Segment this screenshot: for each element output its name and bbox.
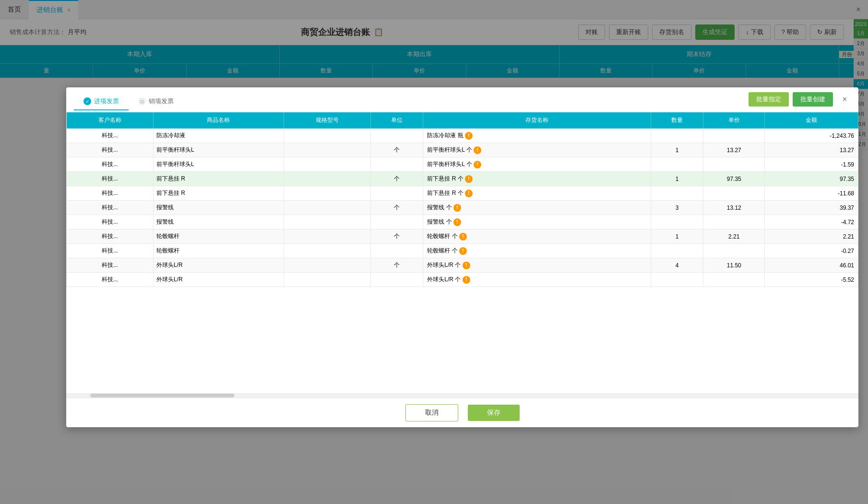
cell-amount: -5.52 — [765, 273, 858, 287]
warn-icon: ! — [474, 146, 481, 154]
cell-price — [703, 215, 765, 229]
pizhi-chuangjian-button[interactable]: 批量创建 — [793, 92, 833, 107]
horizontal-scrollbar[interactable] — [66, 393, 858, 398]
dialog-footer: 取消 保存 — [66, 398, 858, 427]
cell-unit — [370, 157, 423, 172]
cell-inventory: 前平衡杆球头L 个 ! — [423, 157, 651, 172]
dialog-table-wrap: 客户名称 商品名称 规格型号 单位 存货名称 数量 单价 金额 科技... 防冻… — [66, 112, 858, 393]
cell-spec — [284, 172, 370, 186]
cell-qty: 1 — [651, 143, 703, 157]
jinxiang-tab-icon: ✓ — [83, 97, 91, 105]
invoice-dialog: ✓ 进项发票 □ 销项发票 批量指定 批量创建 × 客户名称 商品名称 规格型号 — [66, 87, 858, 427]
cell-product: 前下悬挂 R — [153, 186, 284, 201]
cell-inventory: 外球头L/R 个 ! — [423, 273, 651, 287]
cell-product: 轮毂螺杆 — [153, 244, 284, 258]
cell-price: 2.21 — [703, 229, 765, 244]
cell-product: 报警线 — [153, 201, 284, 215]
cell-qty — [651, 129, 703, 143]
cell-qty: 3 — [651, 201, 703, 215]
pizhi-zhiding-button[interactable]: 批量指定 — [749, 92, 789, 107]
cell-inventory: 轮毂螺杆 个 ! — [423, 229, 651, 244]
warn-icon: ! — [453, 218, 461, 226]
cell-spec — [284, 201, 370, 215]
cell-spec — [284, 129, 370, 143]
warn-icon: ! — [465, 132, 473, 140]
cell-spec — [284, 244, 370, 258]
cell-unit — [370, 129, 423, 143]
cell-price: 13.27 — [703, 143, 765, 157]
cell-client: 科技... — [67, 215, 154, 229]
cell-amount: -1.59 — [765, 157, 858, 172]
table-row[interactable]: 科技... 外球头L/R 外球头L/R 个 ! -5.52 — [67, 273, 858, 287]
cell-unit — [370, 244, 423, 258]
cell-client: 科技... — [67, 229, 154, 244]
cell-spec — [284, 186, 370, 201]
table-row[interactable]: 科技... 前平衡杆球头L 个 前平衡杆球头L 个 ! 1 13.27 13.2… — [67, 143, 858, 157]
th-inventory: 存货名称 — [423, 112, 651, 129]
cell-product: 轮毂螺杆 — [153, 229, 284, 244]
cell-qty — [651, 215, 703, 229]
tab-jinxiang[interactable]: ✓ 进项发票 — [74, 93, 129, 110]
cell-unit: 个 — [370, 229, 423, 244]
table-row[interactable]: 科技... 报警线 个 报警线 个 ! 3 13.12 39.37 — [67, 201, 858, 215]
cell-inventory: 前平衡杆球头L 个 ! — [423, 143, 651, 157]
cell-spec — [284, 229, 370, 244]
cell-unit: 个 — [370, 143, 423, 157]
cell-unit: 个 — [370, 201, 423, 215]
cell-inventory: 报警线 个 ! — [423, 215, 651, 229]
warn-icon: ! — [459, 247, 467, 255]
cell-client: 科技... — [67, 273, 154, 287]
dialog-tabs: ✓ 进项发票 □ 销项发票 — [74, 93, 183, 110]
cell-price: 13.12 — [703, 201, 765, 215]
cell-product: 外球头L/R — [153, 258, 284, 273]
cell-amount: 39.37 — [765, 201, 858, 215]
cell-product: 外球头L/R — [153, 273, 284, 287]
tab-xiaoxiang[interactable]: □ 销项发票 — [129, 93, 183, 110]
cell-price — [703, 273, 765, 287]
warn-icon: ! — [463, 276, 470, 284]
cell-product: 前平衡杆球头L — [153, 143, 284, 157]
warn-icon: ! — [465, 190, 473, 197]
invoice-table: 客户名称 商品名称 规格型号 单位 存货名称 数量 单价 金额 科技... 防冻… — [66, 112, 858, 287]
table-row[interactable]: 科技... 前下悬挂 R 个 前下悬挂 R 个 ! 1 97.35 97.35 — [67, 172, 858, 186]
table-row[interactable]: 科技... 报警线 报警线 个 ! -4.72 — [67, 215, 858, 229]
cell-client: 科技... — [67, 157, 154, 172]
cell-inventory: 前下悬挂 R 个 ! — [423, 186, 651, 201]
table-row[interactable]: 科技... 轮毂螺杆 个 轮毂螺杆 个 ! 1 2.21 2.21 — [67, 229, 858, 244]
table-row[interactable]: 科技... 外球头L/R 个 外球头L/R 个 ! 4 11.50 46.01 — [67, 258, 858, 273]
th-product: 商品名称 — [153, 112, 284, 129]
cell-unit — [370, 215, 423, 229]
cell-price — [703, 244, 765, 258]
scroll-thumb[interactable] — [90, 394, 234, 397]
cell-client: 科技... — [67, 129, 154, 143]
th-spec: 规格型号 — [284, 112, 370, 129]
table-row[interactable]: 科技... 前平衡杆球头L 前平衡杆球头L 个 ! -1.59 — [67, 157, 858, 172]
cell-inventory: 外球头L/R 个 ! — [423, 258, 651, 273]
cell-inventory: 轮毂螺杆 个 ! — [423, 244, 651, 258]
th-unit: 单位 — [370, 112, 423, 129]
cell-amount: -1,243.76 — [765, 129, 858, 143]
cell-qty: 1 — [651, 172, 703, 186]
table-row[interactable]: 科技... 轮毂螺杆 轮毂螺杆 个 ! -0.27 — [67, 244, 858, 258]
xiaoxiang-tab-icon: □ — [138, 97, 146, 105]
xiaoxiang-tab-label: 销项发票 — [149, 97, 174, 106]
dialog-close-button[interactable]: × — [839, 93, 851, 105]
cell-price — [703, 129, 765, 143]
cell-product: 前下悬挂 R — [153, 172, 284, 186]
cell-unit — [370, 273, 423, 287]
cell-client: 科技... — [67, 244, 154, 258]
save-button[interactable]: 保存 — [468, 405, 520, 421]
cell-product: 防冻冷却液 — [153, 129, 284, 143]
cell-unit: 个 — [370, 258, 423, 273]
table-row[interactable]: 科技... 防冻冷却液 防冻冷却液 瓶 ! -1,243.76 — [67, 129, 858, 143]
th-qty: 数量 — [651, 112, 703, 129]
cell-price — [703, 157, 765, 172]
warn-icon: ! — [463, 262, 470, 269]
jinxiang-tab-label: 进项发票 — [94, 97, 119, 106]
cancel-button[interactable]: 取消 — [405, 404, 458, 421]
cell-amount: -4.72 — [765, 215, 858, 229]
cell-qty: 4 — [651, 258, 703, 273]
table-row[interactable]: 科技... 前下悬挂 R 前下悬挂 R 个 ! -11.68 — [67, 186, 858, 201]
th-client: 客户名称 — [67, 112, 154, 129]
cell-price: 97.35 — [703, 172, 765, 186]
